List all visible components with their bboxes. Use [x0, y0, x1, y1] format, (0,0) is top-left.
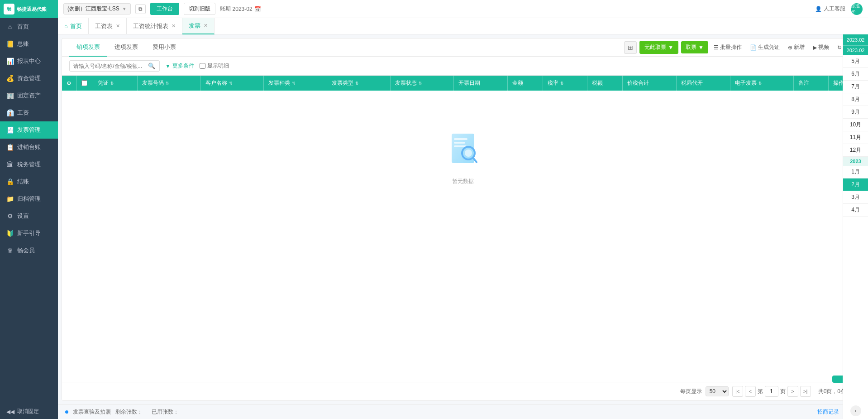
sidebar-item-invoice-label: 发票管理 — [17, 126, 41, 134]
page-size-select[interactable]: 50 100 200 — [706, 386, 729, 396]
open-period-header2[interactable]: 2023.02 — [843, 46, 868, 55]
subtab-purchase[interactable]: 进项发票 — [107, 39, 145, 57]
date-item-8月[interactable]: 8月 — [843, 93, 868, 106]
sidebar-item-invoice[interactable]: 🧾 发票管理 — [0, 121, 58, 139]
date-panel: 2023.02 2023.02 5月6月7月8月9月10月11月12月 2023… — [843, 34, 868, 419]
date-panel-toggle-btn[interactable]: › — [850, 405, 861, 416]
date-item-3月[interactable]: 3月 — [843, 191, 868, 204]
page-input[interactable] — [765, 386, 778, 397]
sidebar-item-payroll[interactable]: 👔 工资 — [0, 104, 58, 121]
date-item-5月[interactable]: 5月 — [843, 55, 868, 68]
batch-ops-btn[interactable]: ☰ 批量操作 — [711, 42, 744, 53]
tab-salary-table[interactable]: 工资表 ✕ — [89, 18, 127, 34]
new-icon: ⊕ — [788, 44, 792, 51]
tab-salary-stats-close[interactable]: ✕ — [172, 23, 176, 29]
ledger-icon: 📒 — [6, 40, 14, 48]
get-invoice-label: 取票 — [686, 43, 696, 51]
sidebar-item-ledger[interactable]: 📒 总账 — [0, 35, 58, 53]
ai-service[interactable]: 👤 人工客服 — [815, 5, 845, 13]
invoice-cat-sort-icon: ⇅ — [355, 81, 359, 86]
no-invoice-dropdown-icon: ▼ — [668, 44, 673, 51]
copy-button[interactable]: ⧉ — [135, 4, 146, 14]
sidebar: 畅 畅捷通易代账 ⌂ 首页 📒 总账 📊 报表中心 💰 资金管理 🏢 固定资产 … — [0, 0, 58, 419]
th-invoice-cat: 发票类型⇅ — [327, 76, 391, 91]
new-invoice-btn[interactable]: ⊕ 新增 — [785, 42, 807, 53]
topbar-right: 👤 人工客服 徐溢华 — [815, 3, 863, 15]
date-item-9月[interactable]: 9月 — [843, 106, 868, 119]
grid-settings-btn[interactable]: ⊞ — [624, 41, 637, 54]
company-dropdown-icon: ▼ — [122, 6, 127, 11]
date-item-10月[interactable]: 10月 — [843, 119, 868, 131]
workbench-button[interactable]: 工作台 — [150, 3, 179, 15]
new-label: 新增 — [794, 43, 805, 51]
filter-icon: ▼ — [165, 63, 171, 69]
date-item-12月[interactable]: 12月 — [843, 144, 868, 157]
svg-point-6 — [465, 149, 472, 157]
empty-icon — [440, 127, 486, 172]
sidebar-item-funds[interactable]: 💰 资金管理 — [0, 70, 58, 87]
sidebar-item-sales-label: 进销台账 — [17, 143, 41, 151]
select-all-checkbox[interactable] — [81, 80, 87, 86]
voucher-sort-icon: ⇅ — [110, 81, 114, 86]
switch-version-button[interactable]: 切到旧版 — [184, 3, 215, 15]
voucher-icon: 📄 — [750, 44, 757, 51]
sidebar-item-archive[interactable]: 📁 归档管理 — [0, 190, 58, 207]
tab-salary-stats[interactable]: 工资统计报表 ✕ — [127, 18, 182, 34]
tax-icon: 🏛 — [6, 161, 14, 168]
search-box[interactable]: 🔍 — [69, 60, 160, 72]
sidebar-item-member[interactable]: ♛ 畅会员 — [0, 242, 58, 259]
user-info[interactable]: 徐溢华 — [851, 3, 863, 15]
period-header1: 2023.02 — [845, 37, 866, 43]
next-page-btn[interactable]: > — [787, 386, 798, 397]
date-item-11月[interactable]: 11月 — [843, 131, 868, 144]
recruit-link[interactable]: 招商记录 — [817, 408, 839, 416]
pin-label: 取消固定 — [17, 408, 39, 415]
sidebar-item-home[interactable]: ⌂ 首页 — [0, 18, 58, 35]
date-item-4月[interactable]: 4月 — [843, 204, 868, 217]
video-btn[interactable]: ▶ 视频 — [810, 42, 832, 53]
open-period-header1[interactable]: 2023.02 — [843, 34, 868, 46]
tabs-bar: ⌂ 首页 工资表 ✕ 工资统计报表 ✕ 发票 ✕ — [58, 18, 868, 34]
date-item-7月[interactable]: 7月 — [843, 81, 868, 93]
sidebar-item-reports[interactable]: 📊 报表中心 — [0, 53, 58, 70]
sidebar-item-guide[interactable]: 🔰 新手引导 — [0, 225, 58, 242]
subtab-sales[interactable]: 销项发票 — [69, 39, 107, 57]
tab-invoice-close[interactable]: ✕ — [204, 23, 208, 29]
subtab-expense[interactable]: 费用小票 — [145, 39, 183, 57]
sidebar-item-payroll-label: 工资 — [17, 109, 29, 117]
sidebar-pin-btn[interactable]: ◀◀ 取消固定 — [0, 404, 58, 419]
open-period-side-btn[interactable]: 开账日期 — [832, 376, 843, 383]
sidebar-item-close[interactable]: 🔒 结账 — [0, 173, 58, 190]
sidebar-item-member-label: 畅会员 — [17, 246, 35, 255]
prev-page-btn[interactable]: < — [745, 386, 756, 397]
get-invoice-btn[interactable]: 取票 ▼ — [681, 41, 708, 53]
more-conditions-btn[interactable]: ▼ 更多条件 — [165, 62, 194, 70]
sidebar-item-settings[interactable]: ⚙ 设置 — [0, 207, 58, 225]
gen-voucher-label: 生成凭证 — [758, 43, 780, 51]
show-detail-label[interactable]: 显示明细 — [200, 62, 229, 70]
tab-invoice[interactable]: 发票 ✕ — [182, 18, 215, 34]
sidebar-item-assets[interactable]: 🏢 固定资产 — [0, 87, 58, 104]
th-settings: ⚙ — [62, 76, 76, 91]
gen-voucher-btn[interactable]: 📄 生成凭证 — [747, 42, 782, 53]
page-size-dropdown[interactable]: 50 100 200 — [706, 386, 729, 396]
invoice-icon: 🧾 — [6, 126, 14, 134]
date-item-6月[interactable]: 6月 — [843, 68, 868, 81]
used-label: 已用张数： — [152, 408, 179, 416]
search-input[interactable] — [73, 63, 146, 69]
first-page-btn[interactable]: |< — [732, 386, 743, 397]
app-name: 畅捷通易代账 — [17, 6, 47, 13]
sidebar-item-tax[interactable]: 🏛 税务管理 — [0, 156, 58, 173]
content-area: 销项发票 进项发票 费用小票 ⊞ 无此取票 ▼ — [58, 34, 868, 419]
sub-tabs: 销项发票 进项发票 费用小票 — [69, 39, 183, 57]
last-page-btn[interactable]: >| — [800, 386, 811, 397]
tab-home[interactable]: ⌂ 首页 — [58, 18, 89, 34]
company-selector[interactable]: (勿删）江西股宝-LSS ▼ — [63, 3, 131, 14]
subtab-sales-label: 销项发票 — [76, 43, 100, 51]
no-invoice-btn[interactable]: 无此取票 ▼ — [639, 41, 678, 54]
sidebar-item-sales[interactable]: 📋 进销台账 — [0, 139, 58, 156]
tab-salary-table-close[interactable]: ✕ — [116, 23, 120, 29]
date-item-1月[interactable]: 1月 — [843, 166, 868, 178]
date-item-2月[interactable]: 2月 — [843, 178, 868, 191]
show-detail-checkbox[interactable] — [200, 63, 205, 69]
